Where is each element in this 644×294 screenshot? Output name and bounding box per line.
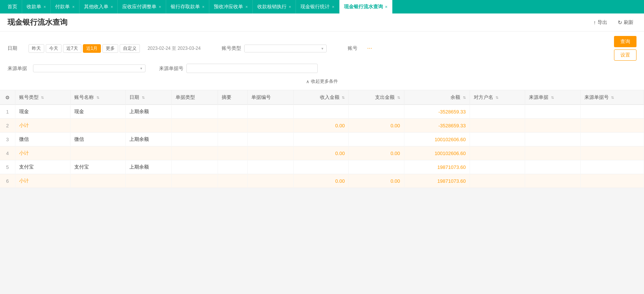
table-body: 1现金现金上期余额-3528659.332小计0.000.00-3528659.… — [0, 105, 644, 188]
source-doc-num-label: 来源单据号 — [159, 65, 183, 72]
col-source-doc[interactable]: 来源单据 ⇅ — [525, 90, 580, 105]
table-row[interactable]: 2小计0.000.00-3528659.33 — [0, 119, 644, 133]
cell — [70, 146, 125, 160]
nav-cashflow-close[interactable]: × — [385, 4, 387, 9]
col-income-sort: ⇅ — [342, 96, 345, 100]
table-row[interactable]: 4小计0.000.00100102606.60 — [0, 146, 644, 160]
source-doc-num-input[interactable] — [186, 64, 318, 73]
cell — [580, 146, 644, 160]
cell — [525, 105, 580, 119]
nav-adjustment-close[interactable]: × — [159, 4, 161, 9]
cell — [218, 133, 247, 146]
date-label: 日期 — [8, 45, 23, 52]
cell — [172, 146, 218, 160]
refresh-button[interactable]: ↻ 刷新 — [615, 18, 636, 27]
date-btn-7days[interactable]: 近7天 — [63, 44, 81, 53]
nav-verify-close[interactable]: × — [289, 4, 291, 9]
nav-item-adjustment[interactable]: 应收应付调整单 × — [118, 0, 166, 13]
col-expense[interactable]: 支出金额 ⇅ — [349, 90, 404, 105]
table-container: ⚙ 账号类型 ⇅ 账号名称 ⇅ 日期 ⇅ 单据类型 摘要 — [0, 90, 644, 188]
nav-item-verify[interactable]: 收款核销执行 × — [253, 0, 296, 13]
cell — [470, 160, 525, 174]
collapse-bar[interactable]: ∧ 收起更多条件 — [8, 76, 636, 85]
source-doc-select[interactable]: ▾ — [33, 64, 146, 72]
account-type-select[interactable]: ▾ — [244, 45, 327, 52]
col-account-type[interactable]: 账号类型 ⇅ — [15, 90, 70, 105]
nav-adjustment-label: 应收应付调整单 — [122, 3, 156, 10]
col-balance-label: 余额 — [450, 94, 460, 100]
cell — [247, 119, 293, 133]
cell: -3528659.33 — [404, 105, 470, 119]
date-btn-custom[interactable]: 自定义 — [120, 44, 140, 53]
cell — [70, 119, 125, 133]
cell — [525, 146, 580, 160]
date-btn-yesterday[interactable]: 昨天 — [29, 44, 44, 53]
cell — [293, 105, 348, 119]
table-row[interactable]: 1现金现金上期余额-3528659.33 — [0, 105, 644, 119]
date-btn-1month[interactable]: 近1月 — [83, 44, 101, 53]
table-row[interactable]: 6小计0.000.0019871073.60 — [0, 174, 644, 188]
col-counterpart-sort: ⇅ — [495, 96, 498, 100]
nav-item-payments[interactable]: 付款单 × — [51, 0, 79, 13]
col-gear[interactable]: ⚙ — [0, 90, 15, 105]
nav-item-home[interactable]: 首页 — [3, 0, 22, 13]
export-button[interactable]: ↑ 导出 — [590, 18, 610, 27]
cell — [525, 119, 580, 133]
cell: 1 — [0, 105, 15, 119]
col-summary-label: 摘要 — [222, 94, 231, 100]
col-source-doc-num[interactable]: 来源单据号 ⇅ — [580, 90, 644, 105]
refresh-label: 刷新 — [624, 19, 633, 26]
col-source-doc-num-label: 来源单据号 — [584, 94, 609, 100]
col-expense-label: 支出金额 — [375, 94, 395, 100]
nav-bank-close[interactable]: × — [202, 4, 204, 9]
nav-other-income-close[interactable]: × — [111, 4, 113, 9]
settings-button[interactable]: 设置 — [614, 49, 636, 61]
cell: -3528659.33 — [404, 119, 470, 133]
cell — [247, 105, 293, 119]
col-summary: 摘要 — [218, 90, 247, 105]
nav-payments-close[interactable]: × — [72, 4, 74, 9]
nav-item-bank[interactable]: 银行存取款单 × — [166, 0, 209, 13]
date-btn-more[interactable]: 更多 — [102, 44, 118, 53]
nav-item-receipts[interactable]: 收款单 × — [22, 0, 51, 13]
cell: 微信 — [70, 133, 125, 146]
cell: 100102606.60 — [404, 133, 470, 146]
account-dots-btn[interactable]: ··· — [366, 45, 374, 52]
cell — [126, 146, 172, 160]
table-row[interactable]: 5支付宝支付宝上期余额19871073.60 — [0, 160, 644, 174]
cell: 0.00 — [349, 146, 404, 160]
page-title: 现金银行流水查询 — [8, 17, 68, 27]
cell — [293, 133, 348, 146]
col-doc-type-label: 单据类型 — [176, 94, 195, 100]
cell — [172, 160, 218, 174]
col-account-name[interactable]: 账号名称 ⇅ — [70, 90, 125, 105]
col-balance[interactable]: 余额 ⇅ — [404, 90, 470, 105]
nav-receipts-close[interactable]: × — [44, 4, 46, 9]
query-button[interactable]: 查询 — [614, 36, 636, 47]
col-date[interactable]: 日期 ⇅ — [126, 90, 172, 105]
date-range-text: 2023-02-24 至 2023-03-24 — [147, 45, 200, 52]
nav-prepay-close[interactable]: × — [245, 4, 248, 9]
cell — [580, 133, 644, 146]
cell — [470, 133, 525, 146]
nav-item-other-income[interactable]: 其他收入单 × — [80, 0, 118, 13]
date-btn-today[interactable]: 今天 — [46, 44, 62, 53]
col-date-label: 日期 — [129, 94, 139, 100]
col-income[interactable]: 收入金额 ⇅ — [293, 90, 348, 105]
cell: 小计 — [15, 146, 70, 160]
nav-item-cashflow[interactable]: 现金银行流水查询 × — [339, 0, 392, 13]
cell — [580, 119, 644, 133]
cell — [218, 119, 247, 133]
col-counterpart[interactable]: 对方户名 ⇅ — [470, 90, 525, 105]
cell — [126, 119, 172, 133]
collapse-label: 收起更多条件 — [311, 78, 338, 85]
col-source-doc-num-sort: ⇅ — [611, 96, 614, 100]
cell — [70, 174, 125, 188]
col-doc-number: 单据编号 — [247, 90, 293, 105]
cell — [218, 160, 247, 174]
nav-stats-close[interactable]: × — [332, 4, 334, 9]
col-account-type-sort: ⇅ — [41, 96, 44, 100]
table-row[interactable]: 3微信微信上期余额100102606.60 — [0, 133, 644, 146]
nav-item-stats[interactable]: 现金银行统计 × — [296, 0, 339, 13]
nav-item-prepay[interactable]: 预收冲应收单 × — [209, 0, 252, 13]
